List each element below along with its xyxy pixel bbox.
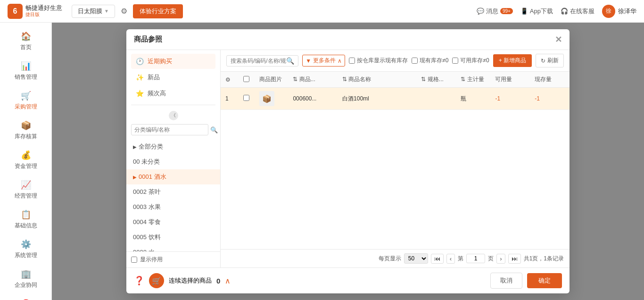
right-toolbar: 🔍 ▼ 更多条件 ∧ 按仓库显示现有库存 — [221, 50, 570, 72]
phone-icon: 📱 — [520, 8, 528, 15]
tab-recent-label: 近期购买 — [148, 57, 172, 66]
sidebar-item-system[interactable]: ⚙️ 系统管理 — [0, 234, 51, 264]
col-img: 商品图片 — [255, 72, 288, 88]
tab-frequent[interactable]: ⭐ 频次高 — [131, 86, 215, 101]
sidebar-item-purchase[interactable]: 🛒 采购管理 — [0, 86, 51, 116]
last-page-button[interactable]: ⏭ — [508, 254, 521, 264]
confirm-button[interactable]: 确定 — [527, 273, 562, 288]
sidebar-item-enterprise[interactable]: 🏢 企业协同 — [0, 264, 51, 294]
col-name[interactable]: ⇅ 商品名称 — [338, 72, 416, 88]
category-label-0003: 0003 水果 — [133, 203, 161, 211]
logo-text: 畅捷通好生意 捷目版 — [25, 4, 62, 18]
app-label: App下载 — [530, 7, 553, 16]
usable-checkbox[interactable] — [452, 58, 458, 64]
store-selector[interactable]: 日太阳膜 ▼ — [72, 5, 115, 18]
cell-checkbox[interactable] — [239, 88, 255, 110]
sidebar-item-inventory[interactable]: 📦 库存核算 — [0, 116, 51, 145]
sidebar-item-home[interactable]: 🏠 首页 — [0, 26, 51, 56]
sidebar-item-guide[interactable]: 🎯 新手引导 — [0, 294, 51, 300]
category-item-0004[interactable]: 0004 零食 — [126, 215, 220, 230]
table-row[interactable]: 1 📦 000600... 白酒100ml 瓶 — [221, 88, 570, 110]
page-input[interactable] — [466, 254, 485, 263]
sort-icon-spec: ⇅ — [421, 76, 426, 83]
refresh-button[interactable]: ↻ 刷新 — [536, 54, 564, 67]
category-item-0001[interactable]: ▶ 0001 酒水 — [126, 169, 220, 184]
sort-icon: ⇅ — [293, 76, 297, 83]
sidebar-label-basic: 基础信息 — [15, 222, 37, 230]
sidebar-item-finance[interactable]: 💰 资金管理 — [0, 145, 51, 175]
category-item-0003[interactable]: 0003 水果 — [126, 200, 220, 215]
category-label-0004: 0004 零食 — [133, 218, 161, 226]
category-label-0002: 0002 茶叶 — [133, 188, 161, 196]
warehouse-checkbox[interactable] — [349, 58, 355, 64]
sidebar-item-sales[interactable]: 📊 销售管理 — [0, 56, 51, 86]
gear-icon[interactable]: ⚙ — [119, 5, 129, 17]
service-button[interactable]: 🎧 在线客服 — [561, 7, 594, 16]
headset-icon: 🎧 — [561, 8, 568, 15]
tab-recent[interactable]: 🕐 近期购买 — [131, 54, 215, 69]
search-icon[interactable]: 🔍 — [286, 57, 294, 65]
user-menu[interactable]: 徐 徐泽华 — [602, 5, 636, 18]
cart-button[interactable]: 🛒 — [149, 273, 164, 288]
sidebar-item-basic[interactable]: 📋 基础信息 — [0, 205, 51, 234]
help-icon[interactable]: ❓ — [134, 275, 144, 286]
filter-arrow-icon: ∧ — [338, 58, 342, 64]
category-search-icon[interactable]: 🔍 — [210, 126, 218, 133]
show-disabled-checkbox[interactable] — [131, 257, 137, 263]
col-settings[interactable]: ⚙ — [221, 72, 239, 88]
right-panel: 🔍 ▼ 更多条件 ∧ 按仓库显示现有库存 — [221, 50, 570, 267]
page-text2: 页 — [488, 255, 494, 263]
logo-icon: 6 — [8, 4, 23, 19]
search-input[interactable] — [231, 58, 286, 64]
col-checkbox — [239, 72, 255, 88]
category-item-0002[interactable]: 0002 茶叶 — [126, 184, 220, 200]
refresh-icon: ↻ — [541, 58, 545, 64]
checkbox-warehouse[interactable]: 按仓库显示现有库存 — [349, 57, 408, 65]
category-search-input[interactable] — [131, 124, 208, 135]
add-product-button[interactable]: + 新增商品 — [493, 54, 532, 67]
modal-close-button[interactable]: ✕ — [555, 35, 562, 44]
first-page-button[interactable]: ⏮ — [431, 254, 444, 264]
collapse-footer-icon[interactable]: ∧ — [225, 276, 231, 285]
sidebar: 🏠 首页 📊 销售管理 🛒 采购管理 📦 库存核算 💰 资金管理 📈 经营管理 … — [0, 23, 52, 300]
cell-name: 白酒100ml — [338, 88, 416, 110]
app-download-button[interactable]: 📱 App下载 — [520, 7, 553, 16]
page-size-select[interactable]: 50 20 100 — [404, 253, 428, 264]
recent-icon: 🕐 — [136, 58, 144, 65]
tab-frequent-label: 频次高 — [148, 89, 166, 98]
col-unit[interactable]: ⇅ 主计量 — [456, 72, 490, 88]
cancel-button[interactable]: 取消 — [490, 273, 522, 289]
sidebar-item-operations[interactable]: 📈 经营管理 — [0, 175, 51, 205]
category-item-0008[interactable]: 0008 水 — [126, 245, 220, 251]
category-item-00[interactable]: 00 未分类 — [126, 154, 220, 169]
cell-available: -1 — [490, 88, 530, 110]
page-size-label: 每页显示 — [379, 255, 401, 263]
category-item-all[interactable]: ▶ 全部分类 — [126, 139, 220, 154]
tab-new[interactable]: ✨ 新品 — [131, 70, 215, 85]
col-spec[interactable]: ⇅ 规格... — [416, 72, 456, 88]
product-table: ⚙ 商品图片 ⇅ 商品... — [221, 72, 570, 110]
next-page-button[interactable]: › — [496, 254, 505, 264]
service-label: 在线客服 — [570, 7, 594, 16]
frequent-icon: ⭐ — [136, 90, 144, 97]
messages-badge: 99+ — [500, 8, 513, 14]
row-checkbox[interactable] — [243, 95, 249, 101]
col-stock: 现存量 — [530, 72, 570, 88]
checkbox-available[interactable]: 现有库存≠0 — [412, 57, 448, 65]
checkbox-usable[interactable]: 可用库存≠0 — [452, 57, 489, 65]
message-icon: 💬 — [477, 8, 484, 15]
select-all-checkbox[interactable] — [243, 76, 249, 82]
modal-header: 商品参照 ✕ — [126, 29, 570, 50]
collapse-button[interactable]: 《 — [169, 111, 178, 120]
category-label-all: 全部分类 — [139, 142, 163, 151]
messages-button[interactable]: 💬 消息 99+ — [477, 7, 513, 16]
new-icon: ✨ — [136, 74, 144, 81]
category-item-0005[interactable]: 0005 饮料 — [126, 230, 220, 245]
system-icon: ⚙️ — [21, 239, 31, 250]
available-checkbox[interactable] — [412, 58, 418, 64]
prev-page-button[interactable]: ‹ — [446, 254, 455, 264]
col-code[interactable]: ⇅ 商品... — [288, 72, 338, 88]
sidebar-label-system: 系统管理 — [15, 251, 37, 259]
cta-button[interactable]: 体验行业方案 — [133, 4, 183, 18]
filter-button[interactable]: ▼ 更多条件 ∧ — [302, 55, 345, 67]
